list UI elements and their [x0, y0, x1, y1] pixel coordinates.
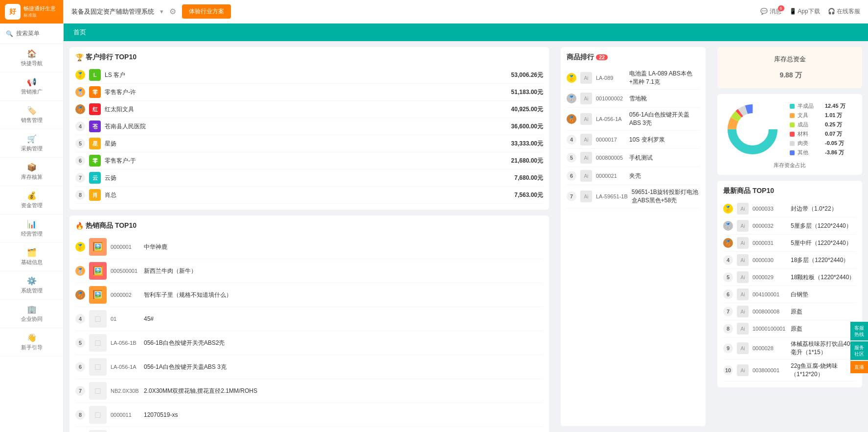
topbar-right: 💬 消息 6 📱 App下载 🎧 在线客服 — [760, 7, 860, 16]
online-service-btn[interactable]: 🎧 在线客服 — [828, 7, 860, 16]
trial-btn[interactable]: 体验行业方案 — [182, 4, 231, 19]
sidebar-item-finance[interactable]: 💰 资金管理 — [0, 186, 63, 215]
operations-icon: 📊 — [27, 219, 37, 229]
sidebar-item-quick-nav[interactable]: 🏠 快捷导航 — [0, 44, 63, 72]
product-name: 智利车子里（规格不知道填什么） — [144, 291, 543, 299]
customer-amount: 33,333.00元 — [511, 140, 543, 148]
product-code: 000500001 — [111, 268, 140, 274]
legend-name: 半成品 — [798, 102, 822, 110]
new-product-item: 10 Ai 003800001 22g鱼豆腐-烧烤味（1*12*20） — [723, 360, 856, 382]
app-download-btn[interactable]: 📱 App下载 — [789, 7, 820, 16]
rank-badge-1: 🥇 — [75, 70, 85, 80]
legend-color — [790, 104, 795, 109]
inventory-total-card: 库存总资金 9.88万 — [717, 47, 862, 88]
mid-panel: 商品排行 22 🥇 Ai LA-089 电池盖 LA-089 ABS本色+黑种 … — [555, 41, 711, 432]
product-thumb: □ — [89, 310, 107, 328]
product-ranking-item: 4 Ai 0000017 10S 变利罗浆 — [567, 131, 700, 149]
legend-item: 文具 1.01 万 — [790, 112, 845, 119]
product-name: 12070519-xs — [144, 411, 543, 418]
product-code: 004100001 — [753, 291, 787, 297]
inventory-chart-card: 半成品 12.45 万 文具 1.01 万 成品 0.25 万 — [717, 94, 862, 175]
message-btn[interactable]: 💬 消息 6 — [760, 7, 781, 16]
sidebar-item-corp[interactable]: 🏢 企业协同 — [0, 300, 63, 328]
product-thumb: □ — [89, 430, 107, 432]
legend-color — [790, 132, 795, 137]
new-product-item: 8 Ai 10000100001 原盔 — [723, 320, 856, 337]
headset-icon: 🎧 — [828, 8, 835, 15]
sidebar-nav: 🏠 快捷导航 📢 营销推广 🏷️ 销售管理 🛒 采购管理 📦 库存核算 💰 资金… — [0, 44, 63, 432]
newbie-icon: 👋 — [27, 333, 37, 342]
gear-icon[interactable]: ⚙ — [169, 7, 176, 16]
donut-wrapper: 半成品 12.45 万 文具 1.01 万 成品 0.25 万 — [723, 100, 856, 159]
product-thumb: Ai — [737, 364, 749, 376]
customer-avatar: 零 — [89, 155, 101, 167]
sidebar-item-basic-info[interactable]: 🗂️ 基础信息 — [0, 243, 63, 271]
sidebar-item-purchase[interactable]: 🛒 采购管理 — [0, 129, 63, 158]
product-thumb: □ — [89, 334, 107, 352]
customer-avatar: 红 — [89, 103, 101, 115]
message-icon: 💬 — [760, 8, 768, 15]
product-thumb: Ai — [580, 191, 592, 202]
product-name: 45# — [144, 315, 543, 322]
sidebar-item-sales[interactable]: 🏷️ 销售管理 — [0, 101, 63, 129]
new-products-card: 最新商品 TOP10 🥇 Ai 0000033 封边带（1.0*22） 🥈 Ai… — [717, 181, 862, 387]
sidebar-item-system[interactable]: ⚙️ 系统管理 — [0, 271, 63, 300]
rank-badge: 4 — [75, 314, 85, 324]
product-thumb: Ai — [580, 113, 592, 125]
hot-products-title: 🔥 热销商品 TOP10 — [75, 221, 543, 230]
product-name: 夹壳 — [629, 172, 700, 180]
product-name: 056-1A白色按键开关盖ABS 3克 — [144, 363, 543, 371]
marketing-icon: 📢 — [27, 77, 37, 87]
product-thumb: Ai — [737, 237, 749, 249]
customer-service-btn[interactable]: 客服热线 — [850, 322, 868, 340]
rank-badge: 6 — [75, 362, 85, 372]
nav-quick-label: 快捷导航 — [21, 60, 43, 67]
hot-products-list: 🥇 🖼️ 0000001 中华神鹿 🥈 🖼️ 000500001 新西兰牛肉（新… — [75, 235, 543, 432]
legend-item: 成品 0.25 万 — [790, 121, 845, 128]
product-name: 中华神鹿 — [144, 243, 543, 251]
product-code: 0000030 — [753, 257, 787, 263]
product-name: 新西兰牛肉（新牛） — [144, 267, 543, 275]
product-code: 001000002 — [596, 96, 625, 101]
live-btn[interactable]: 直播 — [850, 361, 868, 373]
product-code: 0000028 — [753, 345, 787, 351]
customer-ranking-title: 🏆 客户排行 TOP10 — [75, 53, 543, 62]
legend-color — [790, 141, 795, 146]
service-community-btn[interactable]: 服务社区 — [850, 341, 868, 360]
customer-ranking-card: 🏆 客户排行 TOP10 🥇 L LS 客户 53,006.26元 🥈 零 零售… — [69, 47, 549, 210]
search-menu-button[interactable]: 🔍 搜索菜单 — [4, 27, 59, 40]
new-product-item: 🥉 Ai 0000031 5厘中纤（1220*2440） — [723, 235, 856, 252]
customer-avatar: 云 — [89, 172, 101, 184]
customer-amount: 36,600.00元 — [511, 122, 543, 131]
chevron-down-icon[interactable]: ▾ — [160, 8, 163, 15]
rank-badge: 6 — [567, 171, 576, 181]
notification-badge: 6 — [778, 5, 784, 11]
tab-home[interactable]: 首页 — [64, 24, 96, 41]
donut-chart — [723, 100, 782, 159]
logo-icon: 好 — [5, 4, 21, 20]
product-code: 0000011 — [111, 412, 140, 418]
hot-product-item: 🥇 🖼️ 0000001 中华神鹿 — [75, 235, 543, 259]
sales-icon: 🏷️ — [27, 106, 37, 115]
search-icon: 🔍 — [6, 30, 13, 37]
inventory-label: 库存总资金 — [725, 55, 854, 64]
customer-avatar: 零 — [89, 86, 101, 98]
rank-badge: 4 — [567, 135, 576, 144]
customer-amount: 40,925.00元 — [511, 105, 543, 114]
legend-name: 其他 — [798, 149, 822, 156]
legend-name: 材料 — [798, 130, 822, 138]
product-code: 0000032 — [753, 223, 787, 229]
product-thumb: Ai — [737, 288, 749, 300]
sidebar-item-newbie[interactable]: 👋 新手引导 — [0, 328, 63, 357]
finance-icon: 💰 — [27, 191, 37, 200]
nav-system-label: 系统管理 — [21, 287, 43, 294]
sidebar-item-marketing[interactable]: 📢 营销推广 — [0, 72, 63, 101]
product-name: 056-1A白色按键开关盖ABS 3壳 — [629, 111, 700, 127]
nav-finance-label: 资金管理 — [21, 202, 43, 209]
nav-sales-label: 销售管理 — [21, 117, 43, 124]
sidebar-item-operations[interactable]: 📊 经营管理 — [0, 215, 63, 243]
sidebar-item-inventory[interactable]: 📦 库存核算 — [0, 158, 63, 186]
left-panel: 🏆 客户排行 TOP10 🥇 L LS 客户 53,006.26元 🥈 零 零售… — [64, 41, 555, 432]
product-code: 0000021 — [596, 173, 625, 179]
rank-badge: 7 — [567, 192, 576, 201]
